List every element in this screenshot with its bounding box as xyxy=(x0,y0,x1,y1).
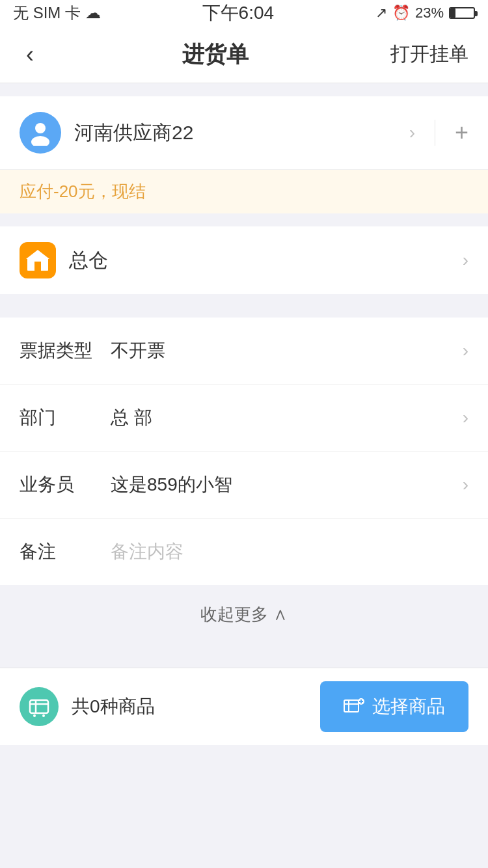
svg-point-7 xyxy=(33,714,36,717)
select-product-label: 选择商品 xyxy=(372,694,445,719)
invoice-value: 不开票 xyxy=(98,338,463,363)
salesperson-chevron-icon: › xyxy=(463,474,468,495)
location-icon: ↗ xyxy=(375,5,387,21)
notice-row: 应付-20元，现结 xyxy=(0,170,488,213)
svg-marker-3 xyxy=(26,250,49,259)
divider-1 xyxy=(0,213,488,226)
cart-icon xyxy=(27,695,51,718)
warehouse-icon xyxy=(20,242,56,278)
back-button[interactable]: ‹ xyxy=(20,34,40,75)
alarm-icon: ⏰ xyxy=(392,5,410,21)
product-count-icon xyxy=(20,687,59,726)
status-time: 下午6:04 xyxy=(202,1,275,25)
collapse-row[interactable]: 收起更多 ∧ xyxy=(0,585,488,644)
vertical-divider xyxy=(435,120,435,146)
svg-rect-4 xyxy=(34,262,41,271)
department-value: 总 部 xyxy=(98,405,463,430)
form-row-salesperson[interactable]: 业务员 这是859的小智 › xyxy=(0,452,488,519)
divider-2 xyxy=(0,294,488,307)
svg-point-0 xyxy=(35,123,46,133)
person-icon xyxy=(27,120,53,146)
warehouse-row[interactable]: 总仓 › xyxy=(0,226,488,294)
department-label: 部门 xyxy=(20,405,98,430)
status-bar: 无 SIM 卡 ☁ 下午6:04 ↗ ⏰ 23% xyxy=(0,0,488,26)
invoice-chevron-icon: › xyxy=(463,340,468,361)
form-row-department[interactable]: 部门 总 部 › xyxy=(0,385,488,452)
notice-text: 应付-20元，现结 xyxy=(20,182,146,201)
top-divider xyxy=(0,83,488,96)
svg-point-1 xyxy=(31,136,49,146)
supplier-chevron-icon: › xyxy=(409,122,415,143)
invoice-label: 票据类型 xyxy=(20,338,98,363)
form-section: 票据类型 不开票 › 部门 总 部 › 业务员 这是859的小智 › 备注 备注… xyxy=(0,318,488,585)
form-row-invoice[interactable]: 票据类型 不开票 › xyxy=(0,318,488,385)
status-right: ↗ ⏰ 23% xyxy=(375,5,475,21)
collapse-text: 收起更多 ∧ xyxy=(200,603,287,626)
svg-point-8 xyxy=(42,714,45,717)
add-supplier-button[interactable]: + xyxy=(455,119,468,146)
open-pending-button[interactable]: 打开挂单 xyxy=(390,41,468,68)
remark-input[interactable]: 备注内容 xyxy=(98,539,468,564)
warehouse-label: 总仓 xyxy=(69,247,463,274)
select-product-icon xyxy=(344,698,364,716)
salesperson-value: 这是859的小智 xyxy=(98,472,463,497)
supplier-section: 河南供应商22 › + 应付-20元，现结 xyxy=(0,96,488,213)
product-count-text: 共0种商品 xyxy=(72,694,320,719)
supplier-row[interactable]: 河南供应商22 › + xyxy=(0,96,488,170)
supplier-avatar xyxy=(20,112,61,154)
battery-label: 23% xyxy=(415,5,444,21)
remark-label: 备注 xyxy=(20,539,98,564)
page-title: 进货单 xyxy=(182,40,249,70)
form-row-remark[interactable]: 备注 备注内容 xyxy=(0,519,488,585)
battery-icon xyxy=(449,7,475,19)
nav-bar: ‹ 进货单 打开挂单 xyxy=(0,26,488,83)
supplier-name: 河南供应商22 xyxy=(74,120,409,146)
supplier-right: › + xyxy=(409,119,468,146)
salesperson-label: 业务员 xyxy=(20,472,98,497)
svg-rect-5 xyxy=(30,700,48,713)
svg-rect-9 xyxy=(344,700,359,712)
divider-3 xyxy=(0,644,488,657)
status-left: 无 SIM 卡 ☁ xyxy=(13,3,101,23)
building-icon xyxy=(26,250,49,271)
department-chevron-icon: › xyxy=(463,407,468,428)
warehouse-chevron-icon: › xyxy=(463,250,468,271)
page-background xyxy=(0,745,488,868)
bottom-bar: 共0种商品 选择商品 xyxy=(0,668,488,745)
select-product-button[interactable]: 选择商品 xyxy=(320,681,468,732)
sim-label: 无 SIM 卡 ☁ xyxy=(13,3,101,23)
